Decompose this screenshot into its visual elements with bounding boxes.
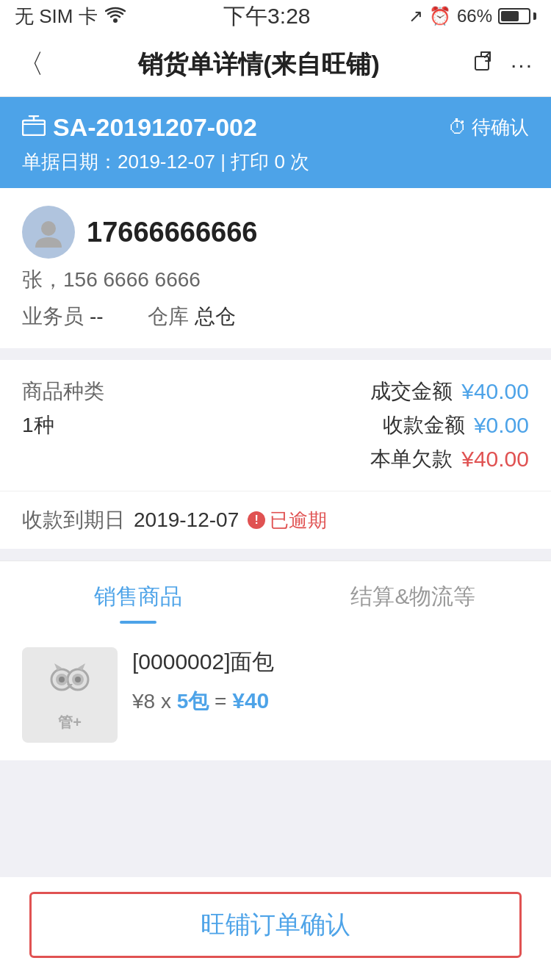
order-status: ⏱ 待确认 xyxy=(448,115,529,140)
salesperson-meta: 业务员 -- xyxy=(22,303,104,331)
overdue-badge: ! 已逾期 xyxy=(248,508,327,533)
svg-point-8 xyxy=(59,677,65,682)
product-thumb-inner: 管+ xyxy=(44,657,96,732)
product-section: 管+ [0000002]面包 ¥8 x 5包 = ¥40 xyxy=(0,630,551,760)
svg-point-9 xyxy=(75,677,81,682)
overdue-dot-icon: ! xyxy=(248,511,265,529)
customer-meta: 业务员 -- 仓库 总仓 xyxy=(22,303,529,331)
clock-icon: ⏱ xyxy=(448,116,467,139)
salesperson-label: 业务员 xyxy=(22,303,84,331)
logo-plus-text: 管+ xyxy=(58,713,82,732)
location-icon: ↗ xyxy=(408,6,423,26)
product-types-label: 商品种类 xyxy=(22,378,104,406)
product-eq: = xyxy=(209,690,232,713)
status-bar: 无 SIM 卡 下午3:28 ↗ ⏰ 66% xyxy=(0,0,551,32)
due-date-value: 2019-12-07 xyxy=(134,508,239,532)
more-icon[interactable]: ··· xyxy=(511,52,533,77)
carrier-label: 无 SIM 卡 xyxy=(15,4,98,29)
product-unit-price: ¥8 x xyxy=(132,690,177,713)
product-thumbnail: 管+ xyxy=(22,647,118,743)
product-total: ¥40 xyxy=(232,688,269,713)
product-count: 1种 xyxy=(22,411,104,439)
nav-bar: 〈 销货单详情(来自旺铺) ··· xyxy=(0,32,551,97)
product-info: [0000002]面包 ¥8 x 5包 = ¥40 xyxy=(132,647,529,716)
product-price-line: ¥8 x 5包 = ¥40 xyxy=(132,688,529,716)
summary-section: 商品种类 1种 成交金额 ¥40.00 收款金额 ¥0.00 本单欠款 ¥40.… xyxy=(0,360,551,491)
transaction-row: 成交金额 ¥40.00 xyxy=(370,378,529,406)
received-label: 收款金额 xyxy=(383,411,465,439)
page-title: 销货单详情(来自旺铺) xyxy=(138,48,380,82)
salesperson-value: -- xyxy=(90,305,104,328)
battery-icon xyxy=(498,8,536,24)
nav-actions: ··· xyxy=(474,51,533,78)
svg-point-0 xyxy=(113,18,118,23)
due-date-label: 收款到期日 xyxy=(22,506,125,534)
summary-left: 商品种类 1种 xyxy=(22,378,104,439)
transaction-label: 成交金额 xyxy=(370,378,453,406)
product-qty: 5包 xyxy=(177,690,209,713)
tab-sales[interactable]: 销售商品 xyxy=(0,561,276,630)
transaction-amount: ¥40.00 xyxy=(461,379,529,404)
battery-percent: 66% xyxy=(457,6,492,26)
tabs-bar: 销售商品 结算&物流等 xyxy=(0,561,551,630)
order-date-line: 单据日期：2019-12-07 | 打印 0 次 xyxy=(22,149,529,175)
warehouse-meta: 仓库 总仓 xyxy=(148,303,236,331)
order-banner: SA-20191207-002 ⏱ 待确认 单据日期：2019-12-07 | … xyxy=(0,97,551,188)
divider-1 xyxy=(0,348,551,360)
customer-section: 17666666666 张，156 6666 6666 业务员 -- 仓库 总仓 xyxy=(0,188,551,348)
avatar xyxy=(22,206,75,259)
order-banner-top: SA-20191207-002 ⏱ 待确认 xyxy=(22,113,529,142)
received-row: 收款金额 ¥0.00 xyxy=(383,411,529,439)
customer-row: 17666666666 xyxy=(22,206,529,259)
svg-rect-2 xyxy=(23,120,45,135)
due-section: 收款到期日 2019-12-07 ! 已逾期 xyxy=(0,491,551,549)
received-amount: ¥0.00 xyxy=(474,413,529,438)
owed-row: 本单欠款 ¥40.00 xyxy=(370,445,529,473)
order-id: SA-20191207-002 xyxy=(22,113,257,142)
overdue-text: 已逾期 xyxy=(270,508,327,533)
warehouse-label: 仓库 xyxy=(148,303,189,331)
back-button[interactable]: 〈 xyxy=(18,46,44,82)
share-icon[interactable] xyxy=(474,51,496,78)
status-left: 无 SIM 卡 xyxy=(15,4,126,29)
confirm-button[interactable]: 旺铺订单确认 xyxy=(29,892,522,958)
summary-right: 成交金额 ¥40.00 收款金额 ¥0.00 本单欠款 ¥40.00 xyxy=(370,378,529,473)
order-box-icon xyxy=(22,113,46,142)
warehouse-value: 总仓 xyxy=(195,303,236,331)
status-right: ↗ ⏰ 66% xyxy=(408,6,536,26)
owed-amount: ¥40.00 xyxy=(461,447,529,472)
product-name: [0000002]面包 xyxy=(132,647,529,677)
tab-settlement[interactable]: 结算&物流等 xyxy=(276,561,551,630)
svg-rect-1 xyxy=(475,57,489,70)
customer-contact: 张，156 6666 6666 xyxy=(22,266,529,294)
alarm-icon: ⏰ xyxy=(429,6,451,26)
status-time: 下午3:28 xyxy=(223,1,310,32)
owed-label: 本单欠款 xyxy=(370,445,453,473)
bottom-action: 旺铺订单确认 xyxy=(0,877,551,980)
owl-logo-icon xyxy=(44,657,96,710)
svg-point-3 xyxy=(41,221,56,236)
wifi-icon xyxy=(105,5,126,28)
customer-phone: 17666666666 xyxy=(87,217,257,248)
